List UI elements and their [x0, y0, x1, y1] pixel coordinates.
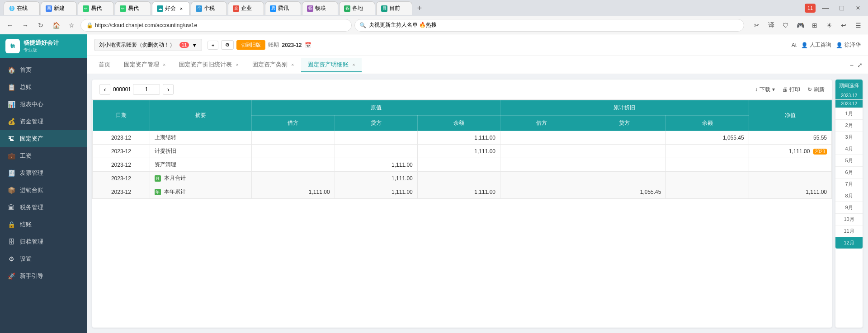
sidebar-item-payroll[interactable]: 💼 工资	[0, 147, 87, 164]
tab-depr-close[interactable]: ×	[236, 62, 238, 67]
game-icon[interactable]: 🎮	[794, 19, 807, 32]
month-5[interactable]: 5月	[835, 155, 863, 167]
month-6[interactable]: 6月	[835, 167, 863, 178]
month-1[interactable]: 1月	[835, 108, 863, 120]
tab-favicon-mubiao: 目	[381, 5, 387, 12]
maximize-button[interactable]: □	[835, 2, 848, 14]
minimize-button[interactable]: —	[819, 2, 832, 14]
tab-count-badge[interactable]: 11	[805, 4, 816, 13]
url-text: https://cloud.chanjet.com/accounting/uw1…	[95, 22, 197, 28]
browser-tab-new[interactable]: 新 新建	[41, 1, 77, 15]
calendar-icon[interactable]: 📅	[305, 42, 311, 48]
browser-tab-chang[interactable]: 畅 畅联	[302, 1, 338, 15]
page-number-input[interactable]	[133, 84, 160, 95]
sidebar-item-inventory[interactable]: 📦 进销台账	[0, 182, 87, 199]
month-10[interactable]: 10月	[835, 214, 863, 225]
browser-tab-geshui[interactable]: 个 个税	[191, 1, 227, 15]
cell-date: 2023-12	[93, 145, 150, 158]
sidebar-item-reports[interactable]: 📊 报表中心	[0, 96, 87, 113]
print-icon: 🖨	[782, 86, 788, 93]
tab-asset-category[interactable]: 固定资产类别 ×	[246, 58, 300, 72]
tab-depreciation-stats[interactable]: 固定资产折旧统计表 ×	[173, 58, 245, 72]
home-button[interactable]: 🏠	[50, 19, 62, 32]
star-button[interactable]: ☆	[65, 19, 78, 32]
print-button[interactable]: 🖨 打印	[782, 86, 800, 94]
at-label[interactable]: At	[792, 42, 797, 48]
translate-icon[interactable]: 译	[765, 19, 778, 32]
month-7[interactable]: 7月	[835, 178, 863, 190]
sidebar-item-archive[interactable]: 🗄 归档管理	[0, 233, 87, 250]
history-back-icon[interactable]: ↩	[837, 19, 850, 32]
tab-mgmt-close[interactable]: ×	[163, 62, 165, 67]
period-end-date[interactable]: 2023.12	[835, 100, 863, 108]
sidebar-item-invoices[interactable]: 🧾 发票管理	[0, 164, 87, 182]
grid-icon[interactable]: ⊞	[808, 19, 821, 32]
browser-tab-haokuai[interactable]: ☁ 好会 ×	[152, 1, 190, 15]
month-3[interactable]: 3月	[835, 131, 863, 143]
tab-close-icon[interactable]: ×	[178, 5, 185, 12]
shield-icon[interactable]: 🛡	[779, 19, 792, 32]
period-start-date[interactable]: 2023.12	[835, 92, 863, 100]
back-button[interactable]: ←	[4, 19, 16, 32]
reload-button[interactable]: ↻	[34, 19, 47, 32]
sidebar-item-general-ledger[interactable]: 📋 总账	[0, 79, 87, 96]
tab-expand-icon[interactable]: ⤢	[857, 61, 863, 69]
help-label: 人工咨询	[810, 41, 831, 49]
sidebar-item-closing[interactable]: 🔒 结账	[0, 216, 87, 233]
search-bar[interactable]: 🔍 央视更新主持人名单 🔥热搜	[354, 19, 744, 32]
month-8[interactable]: 8月	[835, 190, 863, 202]
sidebar-item-tax[interactable]: 🏛 税务管理	[0, 199, 87, 216]
period-months: 1月 2月 3月 4月 5月 6月 7月 8月 9月 10月 11月 12月	[835, 108, 863, 249]
yearly-summary-icon: 年	[155, 189, 161, 195]
browser-tab-tencent[interactable]: 腾 腾讯	[265, 1, 301, 15]
cell-net-value: 1,111.00	[749, 185, 831, 199]
cell-date: 2023-12	[93, 131, 150, 145]
sidebar-item-settings[interactable]: ⚙ 设置	[0, 250, 87, 267]
sidebar-item-guide[interactable]: 🚀 新手引导	[0, 267, 87, 285]
tab-depr-label: 固定资产折旧统计表	[179, 61, 232, 69]
help-button[interactable]: 👤 人工咨询	[801, 41, 831, 49]
tab-detail-close[interactable]: ×	[352, 62, 355, 67]
tab-label: 新建	[54, 5, 65, 12]
user-button[interactable]: 👤 徐泽华	[836, 41, 861, 49]
sidebar-label-closing: 结账	[20, 220, 32, 229]
next-page-button[interactable]: ›	[163, 84, 174, 95]
cell-orig-balance: 1,111.00	[417, 185, 500, 199]
browser-tab-mubiao[interactable]: 目 目前	[376, 1, 412, 15]
sidebar-item-funds[interactable]: 💰 资金管理	[0, 113, 87, 130]
download-button[interactable]: ↓ 下载 ▾	[755, 86, 775, 94]
brightness-icon[interactable]: ☀	[823, 19, 835, 32]
address-input[interactable]: 🔒 https://cloud.chanjet.com/accounting/u…	[80, 19, 352, 32]
scissors-icon[interactable]: ✂	[750, 19, 763, 32]
month-9[interactable]: 9月	[835, 202, 863, 214]
window-close-button[interactable]: ×	[852, 2, 864, 14]
tab-fixed-assets-mgmt[interactable]: 固定资产管理 ×	[118, 58, 172, 72]
tab-cat-close[interactable]: ×	[291, 62, 294, 67]
tab-asset-detail[interactable]: 固定资产明细账 ×	[301, 58, 361, 72]
browser-tab-yidai2[interactable]: ✏ 易代	[115, 1, 151, 15]
forward-button[interactable]: →	[19, 19, 32, 32]
month-2[interactable]: 2月	[835, 120, 863, 131]
browser-tab-qiye[interactable]: 企 企业	[228, 1, 264, 15]
tab-minimize-icon[interactable]: −	[850, 61, 854, 69]
account-selector[interactable]: 刘小艳演示账套（勿删勿动！） 11 ▼	[94, 39, 202, 51]
month-4[interactable]: 4月	[835, 143, 863, 155]
tab-home[interactable]: 首页	[92, 58, 117, 72]
month-12[interactable]: 12月	[835, 237, 863, 249]
sidebar-item-fixed-assets[interactable]: 🏗 固定资产	[0, 130, 87, 147]
browser-tab-gedi[interactable]: 各 各地	[339, 1, 375, 15]
browser-tab-yidai1[interactable]: ✏ 易代	[78, 1, 114, 15]
new-tab-button[interactable]: +	[413, 2, 426, 14]
sidebar-item-home[interactable]: 🏠 首页	[0, 61, 87, 79]
prev-page-button[interactable]: ‹	[99, 84, 110, 95]
switch-version-button[interactable]: 切到旧版	[236, 40, 265, 50]
tax-icon: 🏛	[7, 203, 15, 211]
add-account-button[interactable]: +	[208, 41, 218, 50]
settings-small-button[interactable]: ⚙	[221, 40, 234, 50]
browser-tab-online[interactable]: 🌐 在线	[4, 1, 40, 15]
menu-icon[interactable]: ☰	[852, 19, 864, 32]
month-11[interactable]: 11月	[835, 225, 863, 237]
refresh-button[interactable]: ↻ 刷新	[807, 86, 825, 94]
closing-icon: 🔒	[7, 220, 15, 229]
sidebar-title: 畅捷通好会计	[24, 39, 59, 47]
